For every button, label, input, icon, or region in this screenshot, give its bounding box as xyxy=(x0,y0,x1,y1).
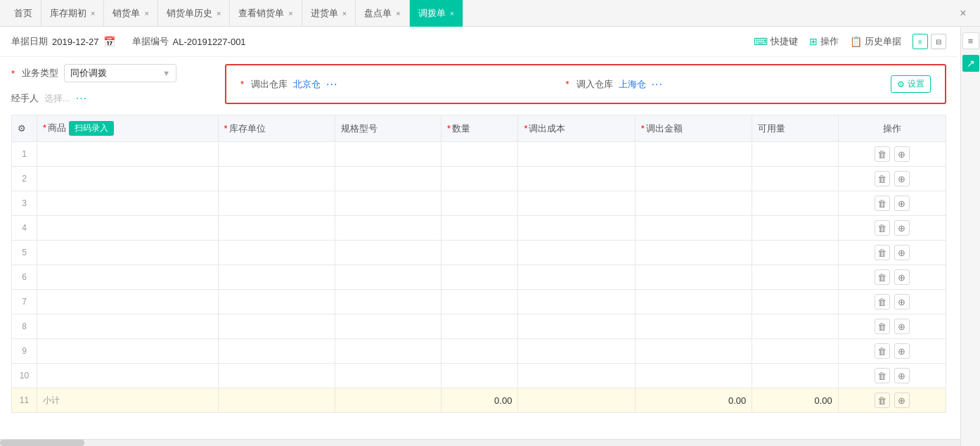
layout-single-icon[interactable]: ≡ xyxy=(913,34,928,49)
delete-icon[interactable]: 🗑 xyxy=(875,146,890,162)
unit-cell[interactable] xyxy=(218,339,335,364)
spec-cell[interactable] xyxy=(335,290,441,314)
product-cell[interactable] xyxy=(37,364,219,388)
delete-icon[interactable]: 🗑 xyxy=(875,294,890,310)
spec-cell[interactable] xyxy=(335,265,441,290)
qty-cell[interactable] xyxy=(441,364,518,388)
unit-cell[interactable] xyxy=(218,142,335,167)
qty-cell[interactable] xyxy=(441,339,518,364)
in-warehouse-value[interactable]: 上海仓 xyxy=(619,78,646,91)
spec-cell[interactable] xyxy=(335,216,441,241)
amount-cell[interactable] xyxy=(635,167,752,191)
tab-inventory-count[interactable]: 盘点单 × xyxy=(356,0,409,27)
unit-cell[interactable] xyxy=(218,290,335,314)
delete-icon[interactable]: 🗑 xyxy=(875,319,890,334)
qty-cell[interactable] xyxy=(441,265,518,290)
delete-icon[interactable]: 🗑 xyxy=(875,171,890,186)
close-icon[interactable]: × xyxy=(144,9,148,18)
cost-cell[interactable] xyxy=(518,314,635,339)
close-icon[interactable]: × xyxy=(288,9,292,18)
out-warehouse-more-icon[interactable]: ··· xyxy=(326,78,337,91)
delete-icon[interactable]: 🗑 xyxy=(875,196,890,211)
product-cell[interactable] xyxy=(37,216,219,241)
product-cell[interactable] xyxy=(37,142,219,167)
product-cell[interactable] xyxy=(37,290,219,314)
close-icon[interactable]: × xyxy=(91,9,95,18)
cost-cell[interactable] xyxy=(518,339,635,364)
product-cell[interactable] xyxy=(37,314,219,339)
product-cell[interactable] xyxy=(37,241,219,265)
amount-cell[interactable] xyxy=(635,265,752,290)
product-cell[interactable] xyxy=(37,265,219,290)
delete-icon[interactable]: 🗑 xyxy=(875,220,890,236)
business-type-dropdown[interactable]: 同价调拨 ▼ xyxy=(64,64,176,82)
qty-cell[interactable] xyxy=(441,314,518,339)
qty-cell[interactable] xyxy=(441,216,518,241)
product-cell[interactable] xyxy=(37,167,219,191)
copy-icon[interactable]: ⊕ xyxy=(894,269,910,285)
handler-more-icon[interactable]: ··· xyxy=(76,92,87,105)
window-close-button[interactable]: × xyxy=(952,2,974,25)
history-button[interactable]: 📋 历史单据 xyxy=(850,35,901,48)
qty-cell[interactable] xyxy=(441,241,518,265)
copy-icon[interactable]: ⊕ xyxy=(894,319,910,334)
amount-cell[interactable] xyxy=(635,364,752,388)
gear-icon[interactable]: ⚙ xyxy=(18,123,26,134)
delete-icon[interactable]: 🗑 xyxy=(875,368,890,383)
qty-cell[interactable] xyxy=(441,167,518,191)
amount-cell[interactable] xyxy=(635,142,752,167)
spec-cell[interactable] xyxy=(335,339,441,364)
calendar-icon[interactable]: 📅 xyxy=(103,36,115,47)
copy-icon[interactable]: ⊕ xyxy=(894,196,910,211)
tab-home[interactable]: 首页 xyxy=(6,0,41,27)
delete-icon[interactable]: 🗑 xyxy=(875,393,890,408)
unit-cell[interactable] xyxy=(218,216,335,241)
unit-cell[interactable] xyxy=(218,241,335,265)
delete-icon[interactable]: 🗑 xyxy=(875,269,890,285)
delete-icon[interactable]: 🗑 xyxy=(875,245,890,260)
scan-button[interactable]: 扫码录入 xyxy=(69,121,114,136)
spec-cell[interactable] xyxy=(335,167,441,191)
copy-icon[interactable]: ⊕ xyxy=(894,294,910,310)
copy-icon[interactable]: ⊕ xyxy=(894,220,910,236)
copy-icon[interactable]: ⊕ xyxy=(894,245,910,260)
tab-sales-history[interactable]: 销货单历史 × xyxy=(158,0,230,27)
qty-cell[interactable] xyxy=(441,142,518,167)
copy-icon[interactable]: ⊕ xyxy=(894,171,910,186)
cost-cell[interactable] xyxy=(518,167,635,191)
close-icon[interactable]: × xyxy=(450,9,454,18)
in-warehouse-more-icon[interactable]: ··· xyxy=(652,78,663,91)
side-expand-button[interactable]: ↗ xyxy=(962,55,979,72)
close-icon[interactable]: × xyxy=(217,9,221,18)
amount-cell[interactable] xyxy=(635,339,752,364)
spec-cell[interactable] xyxy=(335,142,441,167)
tab-sales-order[interactable]: 销货单 × xyxy=(104,0,157,27)
unit-cell[interactable] xyxy=(218,314,335,339)
product-cell[interactable] xyxy=(37,339,219,364)
cost-cell[interactable] xyxy=(518,265,635,290)
unit-cell[interactable] xyxy=(218,191,335,216)
close-icon[interactable]: × xyxy=(396,9,400,18)
qty-cell[interactable] xyxy=(441,290,518,314)
spec-cell[interactable] xyxy=(335,241,441,265)
copy-icon[interactable]: ⊕ xyxy=(894,368,910,383)
tab-purchase-order[interactable]: 进货单 × xyxy=(302,0,356,27)
amount-cell[interactable] xyxy=(635,314,752,339)
unit-cell[interactable] xyxy=(218,265,335,290)
spec-cell[interactable] xyxy=(335,191,441,216)
cost-cell[interactable] xyxy=(518,290,635,314)
handler-input[interactable]: 选择... xyxy=(44,92,70,105)
cost-cell[interactable] xyxy=(518,216,635,241)
copy-icon[interactable]: ⊕ xyxy=(894,146,910,162)
warehouse-settings-button[interactable]: ⚙ 设置 xyxy=(891,75,931,93)
cost-cell[interactable] xyxy=(518,142,635,167)
amount-cell[interactable] xyxy=(635,290,752,314)
cost-cell[interactable] xyxy=(518,241,635,265)
tab-transfer[interactable]: 调拨单 × xyxy=(410,0,463,27)
copy-icon[interactable]: ⊕ xyxy=(894,393,910,408)
cost-cell[interactable] xyxy=(518,191,635,216)
out-warehouse-value[interactable]: 北京仓 xyxy=(293,78,321,91)
tab-inventory-init[interactable]: 库存期初 × xyxy=(41,0,104,27)
operations-button[interactable]: ⊞ 操作 xyxy=(809,35,839,48)
shortcuts-button[interactable]: ⌨ 快捷键 xyxy=(754,35,798,48)
